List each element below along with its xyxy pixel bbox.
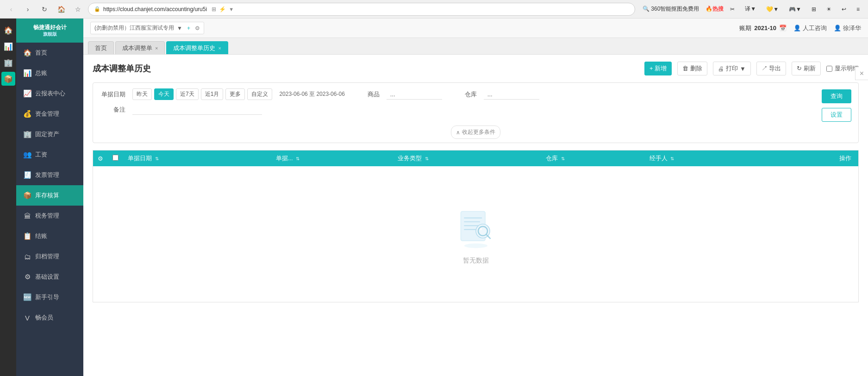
rail-home[interactable]: 🏠: [1, 23, 15, 37]
sidebar-item-payroll[interactable]: 👥 工资: [16, 144, 83, 165]
table-body: 暂无数据: [93, 166, 859, 302]
browser-bar: ‹ › ↻ 🏠 ☆ 🔒 https://cloud.chanjet.com/ac…: [0, 0, 868, 19]
settings-icon: ⚙: [23, 273, 31, 281]
print-button[interactable]: 🖨 打印 ▼: [713, 62, 751, 75]
col-handler[interactable]: 经手人 ⇅: [645, 150, 771, 167]
collapse-icon: ∧: [456, 129, 460, 136]
home-button[interactable]: 🏠: [55, 3, 68, 16]
date-btn-more[interactable]: 更多: [225, 88, 245, 100]
table-header: ⚙ 单据日期 ⇅ 单据... ⇅: [93, 150, 859, 167]
sidebar-item-fund-management[interactable]: 💰 资金管理: [16, 104, 83, 124]
sidebar-item-general-ledger[interactable]: 📊 总账: [16, 63, 83, 83]
sidebar-item-basic-settings[interactable]: ⚙ 基础设置: [16, 267, 83, 287]
sidebar: 畅捷通好会计 旗舰版 🏠 首页 📊 总账 📈 云报表中心 💰 资金管理 🏢 固定…: [16, 19, 83, 376]
period-value: 2021-10: [754, 25, 776, 31]
grid-tool[interactable]: ⊞: [808, 4, 820, 14]
btype-sort-icon: ⇅: [425, 156, 429, 161]
scissors-tool[interactable]: ✂: [726, 4, 738, 14]
sidebar-item-accounting[interactable]: 📋 结账: [16, 226, 83, 246]
settings-gear-icon[interactable]: ⚙: [195, 25, 200, 31]
filter-with-actions: 单据日期 昨天 今天 近7天: [100, 88, 851, 122]
sidebar-item-fixed-assets[interactable]: 🏢 固定资产: [16, 124, 83, 144]
add-company-btn[interactable]: +: [187, 25, 190, 31]
sidebar-item-archive[interactable]: 🗂 归档管理: [16, 246, 83, 267]
period-info: 账期 2021-10 📅: [739, 24, 787, 32]
warehouse-selector[interactable]: ...: [484, 89, 539, 100]
col-business-type[interactable]: 业务类型 ⇅: [393, 150, 541, 167]
bookmark-button[interactable]: ☆: [71, 3, 84, 16]
show-detail-checkbox[interactable]: [826, 66, 832, 72]
translate-tool[interactable]: 译▼: [741, 3, 760, 15]
delete-button[interactable]: 🗑 删除: [677, 62, 707, 75]
date-btn-1month[interactable]: 近1月: [201, 88, 224, 100]
rail-building[interactable]: 🏢: [1, 56, 15, 69]
back-button[interactable]: ‹: [5, 3, 18, 16]
dropdown-icon[interactable]: ▼: [229, 6, 234, 12]
search-tool[interactable]: 🔍 360智能抠图免费用: [639, 3, 703, 15]
col-checkbox[interactable]: [108, 150, 123, 167]
tab-cost-adjust-history-close[interactable]: ×: [218, 45, 221, 51]
forward-button[interactable]: ›: [21, 3, 34, 16]
calendar-icon[interactable]: 📅: [779, 25, 787, 31]
rail-chart[interactable]: 📊: [1, 39, 15, 53]
col-warehouse[interactable]: 仓库 ⇅: [541, 150, 645, 167]
extension-icon: ⊞: [212, 6, 216, 13]
query-button[interactable]: 查询: [822, 89, 851, 103]
date-btn-7days[interactable]: 近7天: [176, 88, 199, 100]
goods-label: 商品: [366, 90, 380, 99]
note-input[interactable]: [132, 105, 262, 115]
brightness-tool[interactable]: ☀: [823, 4, 835, 14]
company-selector[interactable]: (勿删勿禁用）江西服宝测试专用 ▼ + ⚙: [90, 22, 204, 34]
undo-tool[interactable]: ↩: [838, 4, 850, 14]
guide-icon: 🆕: [23, 293, 31, 301]
date-label: 单据日期: [100, 90, 125, 99]
col-settings[interactable]: ⚙: [93, 150, 108, 167]
page-close-button[interactable]: ×: [855, 67, 868, 80]
consulting-icon: 👤: [793, 25, 801, 31]
svg-point-0: [464, 244, 487, 248]
sidebar-item-new-guide[interactable]: 🆕 新手引导: [16, 287, 83, 307]
user-info[interactable]: 👤 徐泽华: [834, 24, 861, 32]
filter-settings-button[interactable]: 设置: [822, 108, 851, 122]
ssl-icon: 🔒: [94, 6, 100, 12]
tab-cost-adjust-history[interactable]: 成本调整单历史 ×: [166, 41, 228, 54]
col-date[interactable]: 单据日期 ⇅: [123, 150, 271, 167]
date-btn-yesterday[interactable]: 昨天: [132, 88, 152, 100]
sidebar-item-membership[interactable]: V 畅会员: [16, 307, 83, 328]
sidebar-item-invoice-management[interactable]: 🧾 发票管理: [16, 165, 83, 185]
refresh-button[interactable]: ↻ 刷新: [792, 62, 821, 75]
empty-state: 暂无数据: [93, 166, 858, 302]
hot-search-label[interactable]: 🔥热搜: [706, 5, 724, 13]
data-table: ⚙ 单据日期 ⇅ 单据... ⇅: [93, 150, 859, 302]
sidebar-item-tax-management[interactable]: 🏛 税务管理: [16, 206, 83, 226]
tax-icon: 🏛: [23, 212, 31, 220]
sidebar-item-home[interactable]: 🏠 首页: [16, 43, 83, 63]
date-btn-today[interactable]: 今天: [154, 88, 174, 100]
print-dropdown-icon: ▼: [740, 65, 746, 72]
inventory-icon: 📦: [23, 191, 31, 200]
more-tool[interactable]: ≡: [853, 4, 863, 14]
address-bar[interactable]: 🔒 https://cloud.chanjet.com/accounting/u…: [88, 3, 635, 16]
tab-cost-adjust[interactable]: 成本调整单 ×: [115, 41, 165, 54]
select-all-checkbox[interactable]: [112, 155, 119, 161]
consulting-link[interactable]: 👤 人工咨询: [793, 24, 827, 32]
icon-rail: 🏠 📊 🏢 📦: [0, 19, 16, 376]
new-button[interactable]: + 新增: [644, 62, 672, 75]
game-tool[interactable]: 🎮▼: [785, 4, 805, 14]
col-number[interactable]: 单据... ⇅: [271, 150, 393, 167]
show-detail-label[interactable]: 显示明细: [826, 64, 859, 73]
rail-inventory[interactable]: 📦: [1, 72, 15, 86]
url-text: https://cloud.chanjet.com/accounting/uru…: [103, 6, 207, 13]
tabs-bar: 首页 成本调整单 × 成本调整单历史 ×: [83, 38, 868, 55]
tab-cost-adjust-close[interactable]: ×: [155, 45, 158, 51]
sidebar-item-report-center[interactable]: 📈 云报表中心: [16, 83, 83, 104]
date-btn-custom[interactable]: 自定义: [247, 88, 272, 100]
wallet-tool[interactable]: 💛▼: [762, 4, 782, 14]
refresh-button[interactable]: ↻: [38, 3, 51, 16]
collapse-button[interactable]: ∧ 收起更多条件: [451, 125, 500, 139]
sidebar-item-inventory[interactable]: 📦 库存核算: [16, 185, 83, 206]
export-button[interactable]: ↗ 导出: [756, 62, 787, 75]
tab-home[interactable]: 首页: [88, 41, 114, 54]
fund-icon: 💰: [23, 110, 31, 118]
goods-selector[interactable]: ...: [387, 89, 442, 100]
